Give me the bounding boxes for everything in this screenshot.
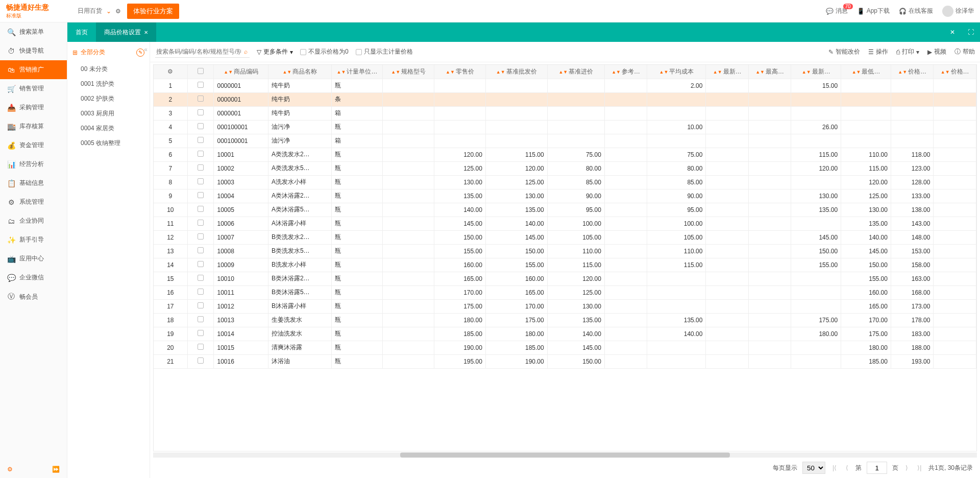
category-item[interactable]: 0003 厨房用 [79, 106, 150, 121]
row-checkbox[interactable] [198, 137, 204, 143]
more-filters[interactable]: ▽更多条件▾ [257, 47, 293, 56]
smart-price-button[interactable]: ✎智能改价 [828, 47, 860, 56]
col-header[interactable]: ▲▼计量单位… [331, 65, 383, 79]
collapse-icon[interactable]: ⏩ [52, 466, 60, 473]
col-header[interactable]: ▲▼最高… [748, 65, 791, 79]
search-icon[interactable]: ⌕ [242, 48, 250, 55]
messages-link[interactable]: 💬 消息 70 [826, 7, 848, 15]
col-header[interactable]: ▲▼平均成本 [647, 65, 706, 79]
sort-icon[interactable]: ▲▼ [282, 69, 291, 75]
row-checkbox[interactable] [198, 302, 204, 308]
nav-item-基础信息[interactable]: 📋基础信息 [0, 174, 67, 193]
sort-icon[interactable]: ▲▼ [713, 69, 722, 75]
gear-icon[interactable]: ⚙ [167, 68, 173, 75]
table-row[interactable]: 30000001纯牛奶箱 [154, 106, 976, 120]
prev-page-icon[interactable]: ⟨ [844, 464, 850, 471]
tab-price-settings[interactable]: 商品价格设置 ✕ [96, 22, 156, 42]
horizontal-scrollbar[interactable] [153, 452, 977, 458]
support-link[interactable]: 🎧在线客服 [899, 7, 933, 15]
col-header[interactable]: ▲▼最新… [791, 65, 841, 79]
category-all[interactable]: ⊞ 全部分类 ✎ [67, 46, 150, 59]
sort-icon[interactable]: ▲▼ [337, 69, 346, 75]
main-unit-checkbox[interactable]: 只显示主计量价格 [356, 47, 413, 56]
table-row[interactable]: 810003A洗发水小样瓶130.00125.0085.0085.00120.0… [154, 175, 976, 189]
row-checkbox[interactable] [198, 164, 204, 171]
video-button[interactable]: ▶视频 [927, 47, 946, 56]
row-checkbox[interactable] [198, 289, 204, 295]
col-header[interactable]: ▲▼商品名称 [268, 65, 331, 79]
col-header[interactable]: ⚙ [154, 65, 187, 79]
category-item[interactable]: 0005 收纳整理 [79, 136, 150, 151]
table-row[interactable]: 5000100001油污净箱 [154, 134, 976, 148]
col-header[interactable]: ▲▼最低… [841, 65, 891, 79]
table-row[interactable]: 1810013生姜洗发水瓶180.00175.00135.00135.00175… [154, 313, 976, 327]
nav-item-快捷导航[interactable]: ⏱快捷导航 [0, 41, 67, 60]
settings-icon[interactable]: ⚙ [7, 466, 13, 473]
table-row[interactable]: 10000001纯牛奶瓶2.0015.00 [154, 79, 976, 92]
nav-item-系统管理[interactable]: ⚙系统管理 [0, 193, 67, 211]
sort-icon[interactable]: ▲▼ [852, 69, 861, 75]
gear-icon[interactable]: ⚙ [115, 8, 121, 15]
user-menu[interactable]: 徐泽华 [942, 6, 974, 17]
row-checkbox[interactable] [198, 316, 204, 322]
row-checkbox[interactable] [198, 82, 204, 88]
select-all-checkbox[interactable] [198, 68, 204, 74]
sort-icon[interactable]: ▲▼ [802, 69, 811, 75]
table-row[interactable]: 4000100001油污净瓶10.0026.00 [154, 120, 976, 134]
col-header[interactable]: ▲▼零售价 [434, 65, 486, 79]
col-header[interactable]: ▲▼最新… [706, 65, 748, 79]
nav-item-销售管理[interactable]: 🛒销售管理 [0, 79, 67, 98]
table-row[interactable]: 1610011B类沐浴露5…瓶170.00165.00125.00160.001… [154, 285, 976, 299]
help-button[interactable]: ⓘ帮助 [954, 47, 975, 56]
nav-item-资金管理[interactable]: 💰资金管理 [0, 136, 67, 155]
next-page-icon[interactable]: ⟩ [903, 464, 910, 471]
nav-item-新手引导[interactable]: ✨新手引导 [0, 230, 67, 249]
row-checkbox[interactable] [198, 178, 204, 184]
category-item[interactable]: 0004 家居类 [79, 121, 150, 136]
sort-icon[interactable]: ▲▼ [391, 69, 400, 75]
table-row[interactable]: 1410009B洗发水小样瓶160.00155.00115.00115.0015… [154, 258, 976, 272]
table-row[interactable]: 1310008B类洗发水5…瓶155.00150.00110.00110.001… [154, 244, 976, 258]
trial-button[interactable]: 体验行业方案 [127, 4, 179, 19]
store-selector[interactable]: 日用百货 ⌄ ⚙ [78, 7, 121, 15]
edit-icon[interactable]: ✎ [136, 49, 144, 57]
col-header[interactable]: ▲▼商品编码 [214, 65, 268, 79]
table-row[interactable]: 710002A类洗发水5…瓶125.00120.0080.0080.00120.… [154, 161, 976, 175]
search-input[interactable] [155, 46, 242, 57]
col-header[interactable]: ▲▼规格型号 [383, 65, 434, 79]
row-checkbox[interactable] [198, 247, 204, 253]
page-size-select[interactable]: 50 [802, 462, 825, 474]
table-row[interactable]: 610001A类洗发水2…瓶120.00115.0075.0075.00115.… [154, 148, 976, 161]
table-row[interactable]: 20000001纯牛奶条 [154, 92, 976, 106]
sort-icon[interactable]: ▲▼ [496, 69, 505, 75]
hide-zero-checkbox[interactable]: 不显示价格为0 [300, 47, 349, 56]
nav-item-企业微信[interactable]: 💬企业微信 [0, 268, 67, 287]
first-page-icon[interactable]: |⟨ [830, 464, 839, 471]
sort-icon[interactable]: ▲▼ [611, 69, 621, 75]
row-checkbox[interactable] [198, 261, 204, 267]
nav-item-畅会员[interactable]: Ⓥ畅会员 [0, 287, 67, 306]
nav-item-营销推广[interactable]: 🛍营销推广 [0, 60, 67, 79]
table-row[interactable]: 1010005A类沐浴露5…瓶140.00135.0095.0095.00135… [154, 203, 976, 217]
nav-item-应用中心[interactable]: 📺应用中心 [0, 249, 67, 268]
row-checkbox[interactable] [198, 95, 204, 102]
nav-item-采购管理[interactable]: 📥采购管理 [0, 98, 67, 117]
table-row[interactable]: 1910014控油洗发水瓶185.00180.00140.00140.00180… [154, 327, 976, 341]
category-item[interactable]: 00 未分类 [79, 62, 150, 77]
table-row[interactable]: 2010015清爽沐浴露瓶190.00185.00145.00180.00188… [154, 341, 976, 354]
nav-item-搜索菜单[interactable]: 🔍搜索菜单 [0, 22, 67, 41]
row-checkbox[interactable] [198, 220, 204, 226]
nav-item-库存核算[interactable]: 🏬库存核算 [0, 117, 67, 136]
col-header[interactable]: ▲▼价格… [891, 65, 933, 79]
row-checkbox[interactable] [198, 233, 204, 240]
ops-button[interactable]: ☰操作 [868, 47, 888, 56]
col-header[interactable]: ▲▼基准批发价 [485, 65, 547, 79]
col-header[interactable]: ▲▼价格… [934, 65, 976, 79]
sort-icon[interactable]: ▲▼ [898, 69, 907, 75]
tab-home[interactable]: 首页 [67, 22, 96, 42]
row-checkbox[interactable] [198, 330, 204, 336]
sort-icon[interactable]: ▲▼ [224, 69, 233, 75]
sort-icon[interactable]: ▲▼ [755, 69, 765, 75]
print-button[interactable]: ⎙打印▾ [896, 47, 919, 56]
table-row[interactable]: 2110016沐浴油瓶195.00190.00150.00185.00193.0… [154, 354, 976, 368]
